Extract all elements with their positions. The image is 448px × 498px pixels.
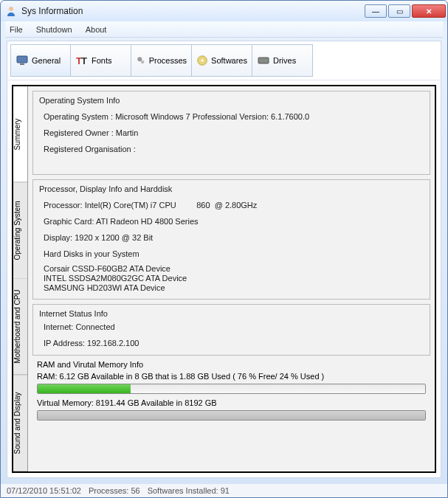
tab-processes-label: Processes [149,56,187,65]
maximize-button[interactable]: ▭ [388,4,410,18]
registered-org: Registered Organisation : [44,145,424,153]
group-net-info: Internet Status Info Internet: Connected… [32,304,430,356]
disc-icon [196,54,208,67]
svg-rect-1 [17,56,27,63]
vertical-tabs: Summery Operating System Motherboard and… [13,86,28,471]
close-button[interactable]: ✕ [412,4,446,18]
vtab-summery[interactable]: Summery [13,86,27,183]
toolbar: General TT Fonts Processes Softwares Dri… [7,41,441,80]
tab-softwares-label: Softwares [211,56,247,65]
svg-point-10 [266,60,267,61]
tab-drives-label: Drives [273,56,296,65]
svg-point-5 [137,57,142,61]
svg-point-0 [9,7,13,11]
tab-softwares[interactable]: Softwares [192,44,252,77]
window-buttons: — ▭ ✕ [365,4,446,18]
hdd-heading: Hard Disks in your System [44,249,424,258]
vmem-progress-fill [38,411,425,420]
vtab-sound-display[interactable]: Sound and Display [13,376,27,472]
fonts-icon: TT [75,54,89,67]
net-info-title: Internet Status Info [39,309,424,318]
svg-point-6 [141,60,145,64]
content-panel: Operating System Info Operating System :… [28,86,435,471]
main-area: Summery Operating System Motherboard and… [12,85,436,473]
svg-point-8 [201,59,204,62]
app-window: Sys Information — ▭ ✕ File Shutdown Abou… [0,0,448,498]
menu-about[interactable]: About [86,25,107,34]
client-area: General TT Fonts Processes Softwares Dri… [7,41,441,478]
gear-icon [136,54,146,67]
vtab-operating-system[interactable]: Operating System [13,183,27,280]
tab-fonts-label: Fonts [92,56,112,65]
tab-fonts[interactable]: TT Fonts [71,44,131,77]
hdd-1: Corsair CSSD-F60GB2 ATA Device [44,264,424,273]
svg-rect-2 [20,63,24,65]
vmem-progress [37,410,426,421]
tab-drives[interactable]: Drives [252,44,313,77]
ram-progress-fill [38,384,131,393]
status-processes: Processes: 56 [89,486,140,495]
vmem-text: Virtual Memory: 8191.44 GB Available in … [37,398,426,407]
menu-file[interactable]: File [10,25,23,34]
statusbar: 07/12/2010 15:51:02 Processes: 56 Softwa… [1,484,447,497]
status-softwares: Softwares Installed: 91 [148,486,230,495]
processor: Processor: Intel(R) Core(TM) i7 CPU 860 … [44,201,424,210]
hdd-2: INTEL SSDSA2M080G2GC ATA Device [44,274,424,283]
ram-progress [37,384,426,394]
window-title: Sys Information [21,6,365,16]
ram-text: RAM: 6.12 GB Available in 8 GB that is 1… [37,372,426,381]
menubar: File Shutdown About [5,21,443,38]
os-info-title: Operating System Info [39,96,424,105]
hw-info-title: Processor, Display Info and Harddisk [39,184,424,193]
os-name: Operating System : Microsoft Windows 7 P… [44,112,424,121]
app-icon [5,5,17,17]
menu-shutdown[interactable]: Shutdown [36,25,72,34]
group-os-info: Operating System Info Operating System :… [32,91,430,175]
mem-info-title: RAM and Virutal Memory Info [37,360,426,369]
svg-text:T: T [81,55,87,66]
tab-general-label: General [32,56,61,65]
minimize-button[interactable]: — [365,4,387,18]
drive-icon [257,54,270,67]
group-mem-info: RAM and Virutal Memory Info RAM: 6.12 GB… [32,360,430,421]
tab-processes[interactable]: Processes [131,44,192,77]
titlebar[interactable]: Sys Information — ▭ ✕ [1,1,447,21]
hdd-3: SAMSUNG HD203WI ATA Device [44,283,424,292]
registered-owner: Registered Owner : Martin [44,128,424,137]
display-mode: Display: 1920 x 1200 @ 32 Bit [44,233,424,242]
group-hw-info: Processor, Display Info and Harddisk Pro… [32,179,430,300]
tab-general[interactable]: General [10,44,71,77]
vtab-motherboard-cpu[interactable]: Motherboard and CPU [13,279,27,376]
ip-address: IP Address: 192.168.2.100 [44,339,424,347]
internet-status: Internet: Connected [44,322,424,331]
status-datetime: 07/12/2010 15:51:02 [7,486,81,495]
computer-icon [15,54,29,67]
graphic-card: Graphic Card: ATI Radeon HD 4800 Series [44,217,424,226]
